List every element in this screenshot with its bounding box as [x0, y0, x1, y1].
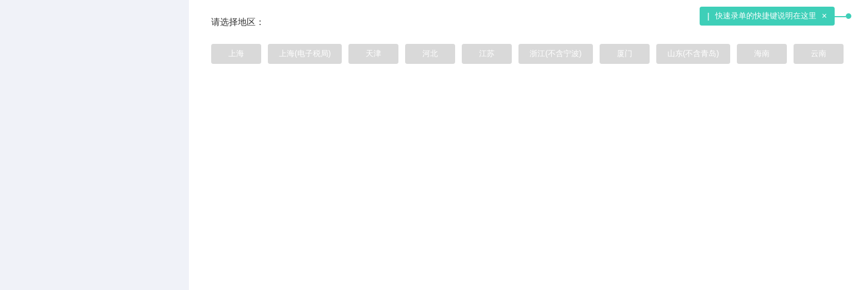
tooltip-close-button[interactable]: ×: [822, 12, 827, 21]
region-button-3[interactable]: 河北: [405, 44, 455, 64]
region-button-0[interactable]: 上海: [211, 44, 261, 64]
region-button-1[interactable]: 上海(电子税局): [268, 44, 342, 64]
tooltip-text: 快速录单的快捷键说明在这里: [715, 11, 816, 21]
region-button-9[interactable]: 云南: [794, 44, 844, 64]
region-button-4[interactable]: 江苏: [462, 44, 512, 64]
region-button-5[interactable]: 浙江(不含宁波): [518, 44, 592, 64]
tooltip-dot: [846, 13, 851, 19]
region-button-7[interactable]: 山东(不含青岛): [656, 44, 730, 64]
tooltip-banner: 快速录单的快捷键说明在这里 ×: [700, 7, 835, 26]
main-content: 请选择地区： 上海上海(电子税局)天津河北江苏浙江(不含宁波)厦门山东(不含青岛…: [189, 0, 868, 290]
region-button-6[interactable]: 厦门: [600, 44, 650, 64]
left-sidebar: [0, 0, 189, 290]
region-button-8[interactable]: 海南: [737, 44, 787, 64]
region-grid: 上海上海(电子税局)天津河北江苏浙江(不含宁波)厦门山东(不含青岛)海南云南: [211, 44, 846, 64]
tooltip-line: [835, 16, 846, 17]
region-button-2[interactable]: 天津: [348, 44, 398, 64]
